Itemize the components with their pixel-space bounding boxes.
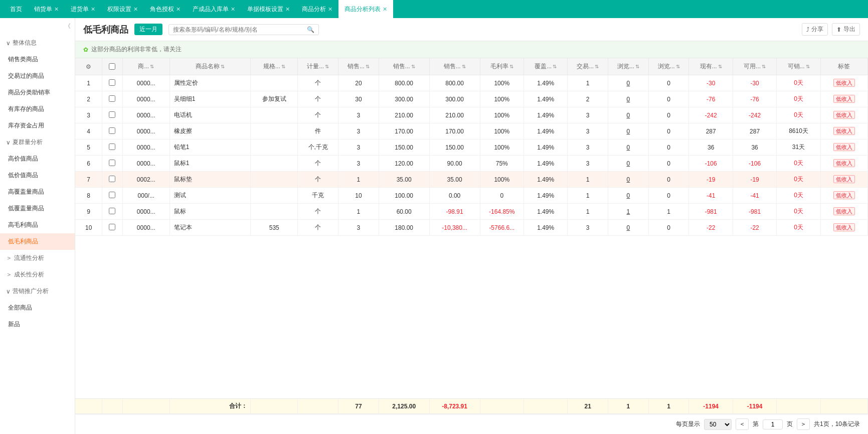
col-header-view2[interactable]: 浏览...⇅ (648, 58, 689, 75)
sidebar-item-category-sales-rate[interactable]: 商品分类助销率 (0, 84, 75, 101)
content-header: 低毛利商品 近一月 🔍 ⤴ 分享 ⬆ 导出 (75, 18, 868, 41)
col-header-saleable[interactable]: 可销...⇅ (777, 58, 820, 75)
row-checkbox[interactable] (109, 127, 115, 134)
cell-view1[interactable]: 0 (608, 220, 649, 236)
cell-checkbox[interactable] (102, 75, 122, 91)
col-header-trade[interactable]: 交易...⇅ (568, 58, 608, 75)
col-header-unit[interactable]: 计量...⇅ (298, 58, 338, 75)
cell-view1[interactable]: 0 (608, 156, 649, 172)
row-checkbox[interactable] (109, 208, 115, 214)
sidebar-collapse-button[interactable]: 《 (0, 18, 75, 35)
nav-close-icon[interactable]: ✕ (231, 6, 235, 13)
cell-view1[interactable]: 0 (608, 188, 649, 204)
col-header-view1[interactable]: 浏览...⇅ (608, 58, 649, 75)
sidebar-group-cluster[interactable]: ∨ 夏群量分析 (0, 134, 75, 151)
cell-checkbox[interactable] (102, 123, 122, 139)
col-header-sales-qty[interactable]: 销售...⇅ (338, 58, 379, 75)
nav-close-icon[interactable]: ✕ (133, 6, 138, 13)
sidebar-item-new-goods[interactable]: 新品 (0, 316, 75, 333)
sidebar-item-sales-goods[interactable]: 销售类商品 (0, 51, 75, 68)
tag-badge: 低收入 (833, 191, 855, 199)
cell-checkbox[interactable] (102, 156, 122, 172)
row-checkbox[interactable] (109, 192, 115, 198)
cell-view1[interactable]: 0 (608, 139, 649, 156)
col-header-tag[interactable]: 标签 (820, 58, 867, 75)
nav-close-icon[interactable]: ✕ (91, 6, 95, 13)
nav-close-icon[interactable]: ✕ (285, 6, 290, 13)
sidebar-group-growth[interactable]: ＞ 成长性分析 (0, 266, 75, 283)
select-all-checkbox[interactable] (109, 63, 115, 70)
col-header-checkbox[interactable] (102, 58, 122, 75)
date-filter-button[interactable]: 近一月 (134, 24, 162, 35)
nav-close-icon[interactable]: ✕ (176, 6, 181, 13)
nav-role-auth[interactable]: 角色授权 ✕ (144, 0, 187, 18)
nav-home[interactable]: 首页 (4, 0, 28, 18)
cell-checkbox[interactable] (102, 139, 122, 156)
nav-close-icon[interactable]: ✕ (328, 6, 332, 13)
nav-close-icon[interactable]: ✕ (54, 6, 59, 13)
sidebar-item-traded-goods[interactable]: 交易过的商品 (0, 68, 75, 84)
cell-view1[interactable]: 0 (608, 75, 649, 91)
row-checkbox[interactable] (109, 79, 115, 86)
col-header-name[interactable]: 商品名称⇅ (169, 58, 250, 75)
cell-available: -30 (733, 75, 776, 91)
row-checkbox[interactable] (109, 176, 115, 182)
row-checkbox[interactable] (109, 160, 115, 166)
sidebar-item-stock-capital[interactable]: 库存资金占用 (0, 117, 75, 134)
nav-close-icon[interactable]: ✕ (383, 6, 387, 13)
sidebar-item-low-value[interactable]: 低价值商品 (0, 167, 75, 184)
sidebar-item-high-coverage[interactable]: 高覆盖量商品 (0, 184, 75, 200)
nav-sales-order[interactable]: 销货单 ✕ (28, 0, 65, 18)
row-checkbox[interactable] (109, 143, 115, 150)
sidebar-group-marketing[interactable]: ∨ 营销推广分析 (0, 283, 75, 300)
col-header-available[interactable]: 可用...⇅ (733, 58, 776, 75)
row-checkbox[interactable] (109, 95, 115, 102)
next-page-button[interactable]: ＞ (797, 418, 810, 430)
nav-template-settings[interactable]: 单据模板设置 ✕ (241, 0, 296, 18)
sidebar-item-low-margin[interactable]: 低毛利商品 (0, 233, 75, 250)
cell-coverage: 1.49% (524, 220, 567, 236)
cell-view1[interactable]: 0 (608, 123, 649, 139)
cell-view1[interactable]: 0 (608, 91, 649, 107)
cell-checkbox[interactable] (102, 188, 122, 204)
nav-goods-analysis[interactable]: 商品分析 ✕ (296, 0, 338, 18)
col-header-settings[interactable]: ⚙ (75, 58, 102, 75)
search-icon[interactable]: 🔍 (307, 26, 314, 33)
cell-spec: 参加复试 (251, 91, 298, 107)
export-button[interactable]: ⬆ 导出 (832, 23, 860, 36)
search-input[interactable] (173, 26, 307, 33)
nav-permission-settings[interactable]: 权限设置 ✕ (101, 0, 144, 18)
share-button[interactable]: ⤴ 分享 (802, 23, 828, 36)
col-header-current[interactable]: 现有...⇅ (689, 58, 733, 75)
tag-badge: 低收入 (833, 79, 855, 87)
sidebar-group-overall[interactable]: ∨ 整体信息 (0, 35, 75, 51)
row-checkbox[interactable] (109, 111, 115, 118)
sidebar-item-in-stock-goods[interactable]: 有库存的商品 (0, 101, 75, 117)
col-header-gross-rate[interactable]: 毛利率⇅ (480, 58, 524, 75)
page-number-input[interactable] (763, 419, 783, 429)
sidebar-group-liquidity[interactable]: ＞ 流通性分析 (0, 250, 75, 266)
prev-page-button[interactable]: ＜ (736, 418, 749, 430)
cell-checkbox[interactable] (102, 220, 122, 236)
sidebar-item-high-value[interactable]: 高价值商品 (0, 151, 75, 167)
cell-checkbox[interactable] (102, 172, 122, 188)
per-page-select[interactable]: 50 100 200 (704, 419, 732, 430)
cell-checkbox[interactable] (102, 204, 122, 220)
col-header-sales-profit[interactable]: 销售...⇅ (429, 58, 480, 75)
col-header-coverage[interactable]: 覆盖...⇅ (524, 58, 567, 75)
cell-view1[interactable]: 0 (608, 172, 649, 188)
sidebar-item-high-margin[interactable]: 高毛利商品 (0, 217, 75, 233)
nav-purchase-order[interactable]: 进货单 ✕ (65, 0, 101, 18)
col-header-code[interactable]: 商...⇅ (122, 58, 169, 75)
nav-goods-analysis-list[interactable]: 商品分析列表 ✕ (338, 0, 393, 18)
sidebar-item-low-coverage[interactable]: 低覆盖量商品 (0, 200, 75, 217)
sidebar-item-all-goods[interactable]: 全部商品 (0, 300, 75, 316)
row-checkbox[interactable] (109, 224, 115, 230)
nav-product-entry[interactable]: 产成品入库单 ✕ (187, 0, 241, 18)
cell-view1[interactable]: 0 (608, 107, 649, 123)
cell-checkbox[interactable] (102, 107, 122, 123)
col-header-sales-price[interactable]: 销售...⇅ (379, 58, 429, 75)
cell-view1[interactable]: 1 (608, 204, 649, 220)
col-header-spec[interactable]: 规格...⇅ (251, 58, 298, 75)
cell-checkbox[interactable] (102, 91, 122, 107)
